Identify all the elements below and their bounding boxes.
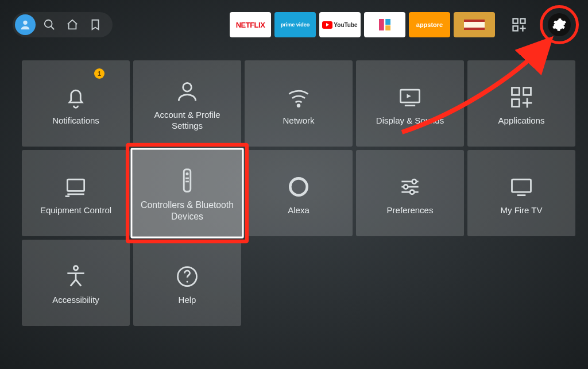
app-launcher[interactable] bbox=[364, 12, 405, 37]
svg-rect-4 bbox=[385, 19, 390, 25]
tile-label: Controllers & Bluetooth Devices bbox=[136, 200, 239, 222]
top-bar: NETFLIX prime video YouTube appstore bbox=[13, 10, 575, 39]
svg-point-0 bbox=[23, 21, 27, 25]
gear-icon bbox=[552, 17, 567, 32]
sliders-icon bbox=[397, 171, 423, 203]
tile-label: Applications bbox=[498, 116, 545, 126]
tile-label: Display & Sounds bbox=[376, 116, 444, 126]
tile-label: Preferences bbox=[387, 205, 434, 216]
svg-line-2 bbox=[51, 26, 55, 30]
tile-preferences[interactable]: Preferences bbox=[356, 150, 464, 236]
svg-rect-10 bbox=[520, 19, 525, 24]
app-cinema[interactable] bbox=[454, 12, 495, 37]
tile-label: Accessibility bbox=[52, 295, 99, 306]
bell-icon bbox=[63, 81, 88, 113]
svg-rect-20 bbox=[512, 99, 520, 106]
svg-point-1 bbox=[45, 20, 52, 28]
tile-label: My Fire TV bbox=[500, 205, 542, 216]
app-appstore[interactable]: appstore bbox=[409, 12, 450, 37]
tile-label: Help bbox=[179, 295, 196, 306]
monitor-icon bbox=[63, 171, 88, 203]
svg-point-36 bbox=[410, 190, 414, 194]
accessibility-icon bbox=[63, 260, 88, 293]
tile-applications[interactable]: Applications bbox=[467, 60, 575, 147]
tile-controllers-bluetooth[interactable]: Controllers & Bluetooth Devices bbox=[130, 148, 243, 239]
svg-point-15 bbox=[297, 104, 300, 106]
svg-point-45 bbox=[187, 280, 188, 282]
svg-rect-7 bbox=[464, 20, 485, 22]
apps-icon bbox=[509, 81, 534, 113]
notifications-badge: 1 bbox=[94, 68, 105, 79]
help-icon bbox=[175, 260, 200, 293]
svg-rect-3 bbox=[379, 19, 384, 30]
tile-label: Account & Profile Settings bbox=[138, 110, 237, 132]
user-icon bbox=[175, 75, 200, 107]
svg-rect-8 bbox=[464, 28, 485, 30]
settings-button-wrap bbox=[543, 9, 575, 41]
bookmark-button[interactable] bbox=[86, 16, 105, 34]
tile-accessibility[interactable]: Accessibility bbox=[22, 240, 130, 326]
firetv-icon bbox=[509, 171, 534, 203]
settings-button[interactable] bbox=[548, 13, 571, 36]
app-prime-video[interactable]: prime video bbox=[274, 12, 316, 37]
remote-icon bbox=[174, 164, 200, 198]
ring-icon bbox=[286, 171, 311, 203]
settings-grid: 1 Notifications Account & Profile Settin… bbox=[22, 60, 575, 326]
all-apps-button[interactable] bbox=[498, 12, 540, 37]
tile-label: Network bbox=[283, 116, 314, 126]
app-youtube[interactable]: YouTube bbox=[319, 12, 361, 37]
home-button[interactable] bbox=[63, 16, 82, 34]
youtube-label: YouTube bbox=[334, 22, 357, 28]
svg-line-42 bbox=[71, 279, 76, 286]
svg-rect-5 bbox=[385, 25, 390, 30]
svg-point-27 bbox=[185, 172, 188, 175]
app-netflix[interactable]: NETFLIX bbox=[230, 12, 271, 37]
tv-icon bbox=[397, 81, 423, 113]
svg-rect-19 bbox=[524, 87, 531, 95]
tile-help[interactable]: Help bbox=[133, 240, 241, 326]
tile-alexa[interactable]: Alexa bbox=[245, 150, 353, 236]
tile-label: Notifications bbox=[52, 116, 99, 126]
pinned-apps-row: NETFLIX prime video YouTube appstore bbox=[230, 9, 575, 41]
nav-left-cluster bbox=[13, 12, 113, 37]
tile-display[interactable]: Display & Sounds bbox=[356, 60, 464, 147]
tile-label: Alexa bbox=[288, 205, 310, 216]
svg-rect-9 bbox=[513, 19, 518, 24]
tile-account[interactable]: Account & Profile Settings bbox=[133, 60, 241, 147]
search-button[interactable] bbox=[40, 16, 59, 34]
tile-equipment-control[interactable]: Equipment Control bbox=[22, 150, 130, 236]
svg-rect-11 bbox=[513, 26, 518, 30]
tile-network[interactable]: Network bbox=[245, 60, 353, 147]
svg-rect-37 bbox=[512, 179, 531, 192]
svg-point-30 bbox=[290, 178, 307, 195]
tile-my-fire-tv[interactable]: My Fire TV bbox=[467, 150, 575, 236]
tile-label: Equipment Control bbox=[40, 205, 111, 216]
svg-point-39 bbox=[74, 266, 78, 270]
profile-button[interactable] bbox=[15, 14, 36, 35]
svg-point-14 bbox=[183, 83, 192, 92]
svg-line-43 bbox=[76, 279, 81, 286]
svg-point-34 bbox=[404, 184, 408, 189]
svg-point-32 bbox=[412, 179, 416, 183]
youtube-play-icon bbox=[322, 21, 332, 29]
svg-rect-23 bbox=[67, 179, 84, 191]
wifi-icon bbox=[286, 81, 311, 113]
tile-notifications[interactable]: 1 Notifications bbox=[22, 60, 130, 147]
svg-rect-18 bbox=[512, 87, 520, 95]
